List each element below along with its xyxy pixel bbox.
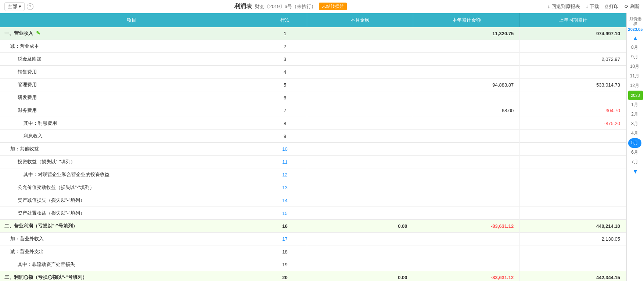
row-num-cell: 19 bbox=[263, 258, 307, 271]
month-item-2[interactable]: 2月 bbox=[628, 110, 641, 119]
yearly-cell: 94,883.87 bbox=[413, 79, 520, 91]
yearly-cell bbox=[413, 40, 520, 53]
monthly-cell bbox=[307, 207, 413, 220]
main-area: 项目 行次 本月金额 本年累计金额 上年同期累计 一、营业收入✎111,320.… bbox=[0, 13, 644, 281]
item-cell: 财务费用 bbox=[0, 104, 263, 117]
table-row: 公允价值变动收益（损失以"-"填列）13 bbox=[0, 181, 626, 194]
table-row: 减：营业成本2 bbox=[0, 40, 626, 53]
topbar-actions: ↓ 回退到原报表 ↓ 下载 ⎙ 打印 ⟳ 刷新 bbox=[548, 3, 640, 10]
lastyear-cell: -304.70 bbox=[520, 104, 626, 117]
table-row: 研发费用6 bbox=[0, 91, 626, 104]
table-row: 减：营业外支出18 bbox=[0, 245, 626, 258]
row-num-cell: 15 bbox=[263, 207, 307, 220]
month-item-7[interactable]: 7月 bbox=[628, 157, 641, 167]
month-item-6[interactable]: 6月 bbox=[628, 148, 641, 157]
monthly-cell bbox=[307, 91, 413, 104]
table-row: 管理费用594,883.87533,014.73 bbox=[0, 79, 626, 91]
month-item-4[interactable]: 4月 bbox=[628, 129, 641, 138]
table-row: 加：营业外收入172,130.05 bbox=[0, 233, 626, 245]
month-sidebar: 月份选择 2023.05 ▲ 8月9月10月11月12月20231月2月3月4月… bbox=[626, 13, 644, 281]
month-item-11[interactable]: 11月 bbox=[628, 72, 641, 81]
item-cell: 资产处置收益（损失以"-"填列） bbox=[0, 207, 263, 220]
monthly-cell: 0.00 bbox=[307, 271, 413, 281]
print-button[interactable]: ⎙ 打印 bbox=[605, 3, 619, 10]
item-cell: 资产减值损失（损失以"-"填列） bbox=[0, 194, 263, 207]
yearly-cell bbox=[413, 233, 520, 245]
monthly-cell bbox=[307, 194, 413, 207]
lastyear-cell: 442,344.15 bbox=[520, 271, 626, 281]
yearly-cell bbox=[413, 91, 520, 104]
table-row: 其中：对联营企业和合营企业的投资收益12 bbox=[0, 168, 626, 181]
month-item-8[interactable]: 8月 bbox=[628, 43, 641, 52]
edit-icon[interactable]: ✎ bbox=[36, 30, 40, 36]
scope-dropdown[interactable]: 全部 ▾ bbox=[4, 2, 25, 11]
row-num-cell: 1 bbox=[263, 27, 307, 40]
table-row: 加：其他收益10 bbox=[0, 143, 626, 156]
table-row: 三、利润总额（亏损总额以"-"号填列）200.00-83,631.12442,3… bbox=[0, 271, 626, 281]
col-header-yearly: 本年累计金额 bbox=[413, 13, 520, 27]
yearly-cell bbox=[413, 130, 520, 143]
refresh-button[interactable]: ⟳ 刷新 bbox=[625, 3, 640, 10]
item-cell: 其中：非流动资产处置损失 bbox=[0, 258, 263, 271]
monthly-cell bbox=[307, 181, 413, 194]
month-item-5[interactable]: 5月 bbox=[628, 138, 641, 148]
table-row: 其中：非流动资产处置损失19 bbox=[0, 258, 626, 271]
monthly-cell bbox=[307, 79, 413, 91]
help-icon[interactable]: ? bbox=[27, 3, 33, 10]
yearly-cell bbox=[413, 66, 520, 79]
yearly-cell: 11,320.75 bbox=[413, 27, 520, 40]
table-row: 销售费用4 bbox=[0, 66, 626, 79]
month-item-3[interactable]: 3月 bbox=[628, 119, 641, 129]
lastyear-cell bbox=[520, 194, 626, 207]
month-item-1[interactable]: 1月 bbox=[628, 100, 641, 110]
col-header-monthly: 本月金额 bbox=[307, 13, 413, 27]
yearly-cell bbox=[413, 194, 520, 207]
month-item-12[interactable]: 12月 bbox=[628, 81, 641, 91]
topbar: 全部 ▾ ? 利润表 财会〔2019〕6号（未执行） 未结转损益 ↓ 回退到原报… bbox=[0, 0, 644, 13]
item-cell: 加：营业外收入 bbox=[0, 233, 263, 245]
monthly-cell bbox=[307, 130, 413, 143]
lastyear-cell bbox=[520, 258, 626, 271]
lastyear-cell bbox=[520, 66, 626, 79]
row-num-cell: 9 bbox=[263, 130, 307, 143]
item-cell: 利息收入 bbox=[0, 130, 263, 143]
yearly-cell bbox=[413, 245, 520, 258]
back-button[interactable]: ↓ 回退到原报表 bbox=[548, 3, 580, 10]
yearly-cell: -83,631.12 bbox=[413, 271, 520, 281]
row-num-cell: 13 bbox=[263, 181, 307, 194]
download-button[interactable]: ↓ 下载 bbox=[586, 3, 599, 10]
row-num-cell: 10 bbox=[263, 143, 307, 156]
month-item-10[interactable]: 10月 bbox=[628, 62, 641, 72]
row-num-cell: 4 bbox=[263, 66, 307, 79]
item-cell: 税金及附加 bbox=[0, 53, 263, 66]
table-row: 二、营业利润（亏损以"-"号填列）160.00-83,631.12440,214… bbox=[0, 220, 626, 233]
lastyear-cell: 2,130.05 bbox=[520, 233, 626, 245]
lastyear-cell: 2,072.97 bbox=[520, 53, 626, 66]
monthly-cell bbox=[307, 66, 413, 79]
monthly-cell bbox=[307, 104, 413, 117]
table-row: 资产处置收益（损失以"-"填列）15 bbox=[0, 207, 626, 220]
col-header-rownum: 行次 bbox=[263, 13, 307, 27]
table-row: 税金及附加32,072.97 bbox=[0, 53, 626, 66]
yearly-cell bbox=[413, 117, 520, 130]
row-num-cell: 7 bbox=[263, 104, 307, 117]
item-cell: 公允价值变动收益（损失以"-"填列） bbox=[0, 181, 263, 194]
lastyear-cell bbox=[520, 207, 626, 220]
monthly-cell bbox=[307, 156, 413, 168]
item-cell: 减：营业外支出 bbox=[0, 245, 263, 258]
month-item-9[interactable]: 9月 bbox=[628, 52, 641, 62]
month-nav-down[interactable]: ▼ bbox=[629, 167, 642, 176]
monthly-cell bbox=[307, 168, 413, 181]
item-cell: 一、营业收入✎ bbox=[0, 27, 263, 40]
monthly-cell bbox=[307, 233, 413, 245]
yearly-cell: -83,631.12 bbox=[413, 220, 520, 233]
yearly-cell bbox=[413, 258, 520, 271]
month-nav-up[interactable]: ▲ bbox=[629, 33, 642, 43]
monthly-cell: 0.00 bbox=[307, 220, 413, 233]
item-cell: 销售费用 bbox=[0, 66, 263, 79]
lastyear-cell bbox=[520, 143, 626, 156]
lastyear-cell bbox=[520, 40, 626, 53]
row-num-cell: 6 bbox=[263, 91, 307, 104]
lastyear-cell bbox=[520, 168, 626, 181]
yearly-cell bbox=[413, 143, 520, 156]
